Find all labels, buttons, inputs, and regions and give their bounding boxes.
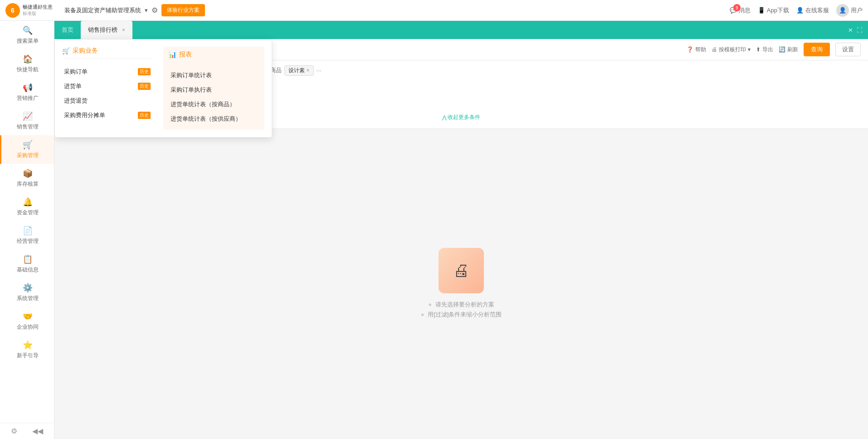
menu-item-goods-return[interactable]: 进货退货 bbox=[62, 94, 152, 108]
goods-filter: 商品 设计素 × ··· bbox=[270, 65, 322, 76]
sidebar-settings-icon[interactable]: ⚙ bbox=[11, 427, 17, 435]
goods-tag: 设计素 × bbox=[284, 65, 314, 76]
purchase-business-col: 🛒 采购业务 采购订单 历史 进货单 历史 进货退货 采购费用分摊单 历史 bbox=[62, 47, 152, 130]
sidebar-item-marketing[interactable]: 📢 营销推广 bbox=[0, 78, 54, 107]
goods-more-btn[interactable]: ··· bbox=[317, 67, 322, 74]
header-right: 💬 9 消息 📱 App下载 👤 在线客服 👤 用户 bbox=[730, 4, 863, 17]
query-button[interactable]: 查询 bbox=[804, 43, 830, 56]
enterprise-icon: 🤝 bbox=[23, 311, 33, 321]
sidebar-item-system[interactable]: ⚙️ 系统管理 bbox=[0, 278, 54, 307]
empty-illustration: 🖨 bbox=[439, 248, 484, 293]
sidebar-bottom: ⚙ ◀◀ bbox=[0, 423, 54, 439]
refresh-icon: 🔄 bbox=[779, 46, 785, 53]
capital-icon: 🔔 bbox=[23, 197, 33, 207]
help-btn[interactable]: ❓ 帮助 bbox=[687, 46, 706, 54]
sidebar-item-label: 库存核算 bbox=[17, 180, 39, 188]
goods-tag-close[interactable]: × bbox=[307, 67, 310, 74]
operations-icon: 📄 bbox=[23, 226, 33, 236]
export-btn[interactable]: ⬆ 导出 bbox=[756, 46, 773, 54]
collapse-up-icon: ⋀ bbox=[442, 114, 447, 121]
help-icon: ❓ bbox=[687, 46, 693, 53]
home-icon: 🏠 bbox=[23, 54, 33, 64]
tab-home[interactable]: 首页 bbox=[54, 21, 81, 39]
user-item[interactable]: 👤 用户 bbox=[836, 4, 863, 17]
menu-item-purchase-order-stats[interactable]: 采购订单统计表 bbox=[169, 68, 259, 83]
settings-button[interactable]: 设置 bbox=[835, 43, 861, 56]
sidebar-item-label: 系统管理 bbox=[17, 295, 39, 302]
tab-sales-ranking[interactable]: 销售排行榜 × bbox=[81, 21, 132, 39]
content-area: 首页 销售排行榜 × ✕ ⛶ 🛒 采购业务 采购订单 历史 bbox=[54, 21, 868, 439]
sidebar-item-label: 基础信息 bbox=[17, 266, 39, 274]
reports-col: 📊 报表 采购订单统计表 采购订单执行表 进货单统计表（按商品） 进货单统计表（… bbox=[163, 47, 264, 130]
phone-icon: 📱 bbox=[758, 7, 765, 14]
purchase-business-title: 🛒 采购业务 bbox=[62, 47, 152, 59]
sidebar-item-capital[interactable]: 🔔 资金管理 bbox=[0, 192, 54, 221]
main-layout: 🔍 搜索菜单 🏠 快捷导航 📢 营销推广 📈 销售管理 🛒 采购管理 📦 库存核… bbox=[0, 21, 868, 439]
message-item[interactable]: 💬 9 消息 bbox=[730, 6, 751, 15]
print-btn[interactable]: 🖨 按模板打印 ▾ bbox=[712, 46, 751, 54]
empty-hint-1: ● 请先选择要分析的方案 bbox=[428, 301, 494, 309]
app-download-item[interactable]: 📱 App下载 bbox=[758, 6, 789, 15]
marketing-icon: 📢 bbox=[23, 83, 33, 93]
sidebar-item-guide[interactable]: ⭐ 新手引导 bbox=[0, 335, 54, 364]
history-badge: 历史 bbox=[138, 68, 151, 75]
sidebar-item-operations[interactable]: 📄 经营管理 bbox=[0, 221, 54, 250]
dropdown-arrow-icon[interactable]: ▾ bbox=[145, 7, 148, 14]
notification-badge: 💬 9 bbox=[730, 7, 737, 14]
search-icon: 🔍 bbox=[23, 25, 33, 35]
menu-item-goods-stats-by-product[interactable]: 进货单统计表（按商品） bbox=[169, 97, 259, 112]
sidebar-item-inventory[interactable]: 📦 库存核算 bbox=[0, 164, 54, 192]
menu-item-purchase-order[interactable]: 采购订单 历史 bbox=[62, 64, 152, 79]
sidebar: 🔍 搜索菜单 🏠 快捷导航 📢 营销推广 📈 销售管理 🛒 采购管理 📦 库存核… bbox=[0, 21, 54, 439]
logo-sub: 标准版 bbox=[23, 10, 53, 17]
reports-icon: 📊 bbox=[169, 51, 176, 58]
menu-item-purchase-expense[interactable]: 采购费用分摊单 历史 bbox=[62, 108, 152, 123]
sidebar-item-label: 新手引导 bbox=[17, 352, 39, 360]
collapse-btn[interactable]: ⋀ 收起更多条件 bbox=[442, 111, 480, 124]
tab-fullscreen-icon[interactable]: ⛶ bbox=[857, 27, 863, 34]
menu-item-goods-receipt[interactable]: 进货单 历史 bbox=[62, 79, 152, 94]
purchase-icon: 🛒 bbox=[23, 140, 33, 150]
tab-home-label: 首页 bbox=[62, 26, 73, 34]
guide-icon: ⭐ bbox=[23, 340, 33, 350]
online-service-item[interactable]: 👤 在线客服 bbox=[796, 6, 829, 15]
service-icon: 👤 bbox=[796, 7, 804, 14]
sidebar-item-basic[interactable]: 📋 基础信息 bbox=[0, 250, 54, 278]
tab-sales-ranking-label: 销售排行榜 bbox=[88, 26, 117, 34]
logo-area: 6 畅捷通好生意 标准版 bbox=[5, 3, 60, 18]
empty-hint-2: ● 用[过滤]条件来缩小分析范围 bbox=[421, 311, 502, 319]
purchase-business-icon: 🛒 bbox=[62, 47, 70, 54]
sidebar-item-search[interactable]: 🔍 搜索菜单 bbox=[0, 21, 54, 49]
logo-text: 畅捷通好生意 bbox=[23, 4, 53, 10]
sidebar-item-enterprise[interactable]: 🤝 企业协同 bbox=[0, 307, 54, 335]
sidebar-item-label: 经营管理 bbox=[17, 237, 39, 245]
online-service-label: 在线客服 bbox=[805, 6, 829, 15]
sidebar-collapse-icon[interactable]: ◀◀ bbox=[32, 427, 43, 435]
export-icon: ⬆ bbox=[756, 46, 761, 53]
history-badge: 历史 bbox=[138, 83, 151, 90]
sales-icon: 📈 bbox=[23, 111, 33, 121]
tab-close-window-icon[interactable]: ✕ bbox=[848, 27, 853, 34]
user-label: 用户 bbox=[851, 6, 863, 15]
sidebar-item-label: 营销推广 bbox=[17, 94, 39, 102]
print-dropdown-icon[interactable]: ▾ bbox=[748, 46, 751, 53]
tab-close-icon[interactable]: × bbox=[122, 27, 125, 33]
purchase-dropdown-menu: 🛒 采购业务 采购订单 历史 进货单 历史 进货退货 采购费用分摊单 历史 bbox=[54, 39, 272, 138]
sidebar-item-quick-nav[interactable]: 🏠 快捷导航 bbox=[0, 49, 54, 78]
sidebar-item-sales[interactable]: 📈 销售管理 bbox=[0, 107, 54, 135]
app-download-label: App下载 bbox=[767, 6, 789, 15]
sidebar-item-purchase[interactable]: 🛒 采购管理 bbox=[0, 135, 54, 164]
sidebar-item-label: 快捷导航 bbox=[17, 66, 39, 74]
inventory-icon: 📦 bbox=[23, 168, 33, 178]
refresh-btn[interactable]: 🔄 刷新 bbox=[779, 46, 798, 54]
menu-item-purchase-order-exec[interactable]: 采购订单执行表 bbox=[169, 83, 259, 97]
system-icon: ⚙️ bbox=[23, 283, 33, 293]
history-badge: 历史 bbox=[138, 112, 151, 119]
menu-item-goods-stats-by-supplier[interactable]: 进货单统计表（按供应商） bbox=[169, 112, 259, 126]
badge-count: 9 bbox=[733, 4, 741, 11]
trial-button[interactable]: 体验行业方案 bbox=[161, 4, 205, 16]
settings-icon[interactable]: ⚙ bbox=[151, 6, 158, 15]
sidebar-item-label: 资金管理 bbox=[17, 209, 39, 217]
header-mid: 装备及固定资产辅助管理系统 ▾ ⚙ 体验行业方案 bbox=[60, 4, 730, 16]
reports-title: 📊 报表 bbox=[169, 50, 259, 63]
